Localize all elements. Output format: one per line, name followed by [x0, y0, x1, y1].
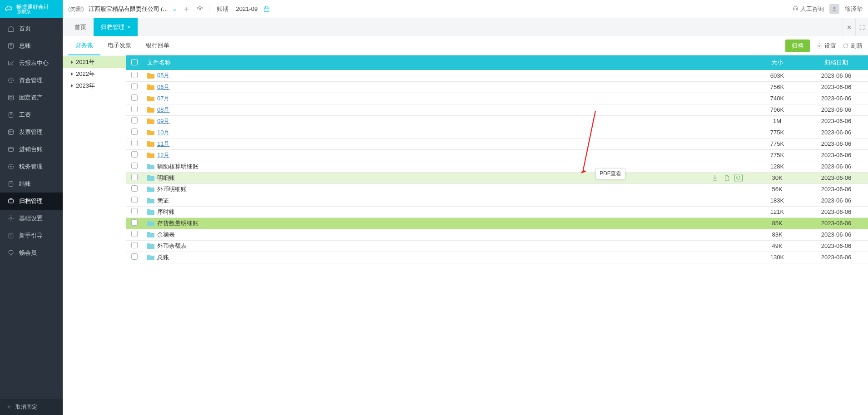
table-row[interactable]: 09月1M2023-06-06: [126, 115, 868, 127]
file-size: 49K: [750, 240, 804, 252]
sidebar-item-2[interactable]: 云报表中心: [0, 54, 63, 72]
tree-item-2[interactable]: 2023年: [63, 80, 126, 92]
avatar[interactable]: [829, 4, 839, 14]
support-button[interactable]: 人工咨询: [792, 5, 824, 13]
sidebar-item-11[interactable]: 基础设置: [0, 210, 63, 227]
pdf-view-icon[interactable]: [734, 174, 743, 182]
page-tab-0[interactable]: 首页: [67, 18, 94, 36]
company-selector[interactable]: 江西服宝精品有限责任公司 (...: [89, 5, 168, 13]
file-name[interactable]: 05月: [157, 72, 169, 79]
table-row[interactable]: 辅助核算明细账128K2023-06-06: [126, 161, 868, 172]
file-name[interactable]: 08月: [157, 106, 169, 113]
sidebar-item-7[interactable]: 进销台账: [0, 141, 63, 158]
close-tab-button[interactable]: ✕: [843, 18, 855, 36]
chevron-down-icon[interactable]: ⌄: [172, 5, 177, 12]
sidebar-item-9[interactable]: 结账: [0, 175, 63, 193]
table-row[interactable]: 存货数量明细账85K2023-06-06: [126, 217, 868, 229]
sidebar-item-4[interactable]: 固定资产: [0, 89, 63, 106]
row-checkbox[interactable]: [131, 72, 138, 78]
subtab-1[interactable]: 电子发票: [100, 36, 139, 55]
menu-icon: [7, 128, 15, 136]
row-checkbox[interactable]: [131, 185, 138, 192]
sidebar-item-label: 税务管理: [19, 163, 43, 171]
row-checkbox[interactable]: [131, 117, 138, 124]
sidebar-item-0[interactable]: 首页: [0, 20, 63, 37]
file-name[interactable]: 09月: [157, 118, 169, 124]
file-name[interactable]: 07月: [157, 95, 169, 102]
sidebar-unpin[interactable]: 取消固定: [0, 399, 63, 415]
row-checkbox[interactable]: [131, 231, 138, 237]
table-row[interactable]: 外币明细账56K2023-06-06: [126, 183, 868, 195]
row-checkbox[interactable]: [131, 151, 138, 158]
file-size: 756K: [750, 81, 804, 93]
table-row[interactable]: 08月796K2023-06-06: [126, 104, 868, 115]
menu-icon: [7, 249, 15, 257]
table-row[interactable]: 07月740K2023-06-06: [126, 93, 868, 104]
table-row[interactable]: 外币余额表49K2023-06-06: [126, 240, 868, 252]
folder-icon: [147, 153, 154, 158]
archive-button[interactable]: 归档: [785, 40, 810, 52]
pdf-view-tooltip: PDF查看: [595, 168, 625, 179]
sidebar-item-6[interactable]: 发票管理: [0, 124, 63, 141]
download-icon[interactable]: [711, 174, 719, 182]
row-checkbox[interactable]: [131, 106, 138, 112]
table-row[interactable]: 05月603K2023-06-06: [126, 70, 868, 81]
username[interactable]: 徐泽华: [845, 5, 863, 13]
table-row[interactable]: 总账130K2023-06-06: [126, 252, 868, 263]
table-row[interactable]: 余额表83K2023-06-06: [126, 229, 868, 240]
sidebar-item-3[interactable]: 资金管理: [0, 72, 63, 89]
file-name[interactable]: 06月: [157, 84, 169, 90]
row-checkbox[interactable]: [131, 253, 138, 260]
settings-button[interactable]: 设置: [816, 42, 836, 50]
subtab-0[interactable]: 财务账: [68, 36, 100, 55]
sidebar-item-1[interactable]: 总账: [0, 37, 63, 54]
sidebar-item-8[interactable]: 税务管理: [0, 158, 63, 175]
row-checkbox[interactable]: [131, 208, 138, 214]
sidebar-item-13[interactable]: 畅会员: [0, 244, 63, 262]
col-name[interactable]: 文件名称: [143, 55, 750, 70]
row-checkbox[interactable]: [131, 219, 138, 226]
add-company-button[interactable]: [182, 5, 191, 14]
close-icon[interactable]: ×: [127, 24, 130, 30]
file-name[interactable]: 10月: [157, 129, 169, 136]
pdf-icon[interactable]: [723, 174, 731, 182]
period-value[interactable]: 2021-09: [236, 5, 258, 12]
refresh-button[interactable]: 刷新: [843, 42, 863, 50]
table-row[interactable]: 序时账121K2023-06-06: [126, 206, 868, 217]
svg-rect-8: [9, 199, 14, 203]
row-checkbox[interactable]: [131, 197, 138, 203]
table-row[interactable]: 凭证183K2023-06-06: [126, 195, 868, 206]
tree-item-0[interactable]: 2021年: [63, 56, 126, 68]
sidebar-item-10[interactable]: 归档管理: [0, 193, 63, 210]
page-tab-1[interactable]: 归档管理×: [94, 18, 138, 36]
row-checkbox[interactable]: [131, 163, 138, 169]
sidebar-item-12[interactable]: 新手引导: [0, 227, 63, 244]
calendar-icon[interactable]: [262, 5, 271, 14]
sidebar-item-5[interactable]: 工资: [0, 106, 63, 124]
col-size[interactable]: 大小: [750, 55, 804, 70]
row-checkbox[interactable]: [131, 83, 138, 89]
file-size: 130K: [750, 252, 804, 263]
table-row[interactable]: 10月775K2023-06-06: [126, 127, 868, 138]
table-row[interactable]: 06月756K2023-06-06: [126, 81, 868, 93]
folder-icon: [147, 221, 154, 226]
table-row[interactable]: 11月775K2023-06-06: [126, 138, 868, 149]
table-row[interactable]: 12月775K2023-06-06: [126, 149, 868, 161]
file-size: 121K: [750, 206, 804, 217]
row-checkbox[interactable]: [131, 140, 138, 146]
row-checkbox[interactable]: [131, 94, 138, 101]
row-checkbox[interactable]: [131, 242, 138, 248]
company-settings-button[interactable]: [195, 5, 204, 14]
row-checkbox[interactable]: [131, 174, 138, 180]
fullscreen-button[interactable]: [855, 18, 868, 36]
row-checkbox[interactable]: [131, 128, 138, 135]
file-size: 775K: [750, 149, 804, 161]
file-name[interactable]: 11月: [157, 140, 169, 147]
select-all-checkbox[interactable]: [131, 59, 138, 65]
file-name[interactable]: 12月: [157, 152, 169, 158]
subtab-2[interactable]: 银行回单: [139, 36, 177, 55]
table-row[interactable]: 明细账30K2023-06-06: [126, 172, 868, 183]
file-date: 2023-06-06: [804, 115, 868, 127]
col-date[interactable]: 归档日期: [804, 55, 868, 70]
tree-item-1[interactable]: 2022年: [63, 68, 126, 80]
